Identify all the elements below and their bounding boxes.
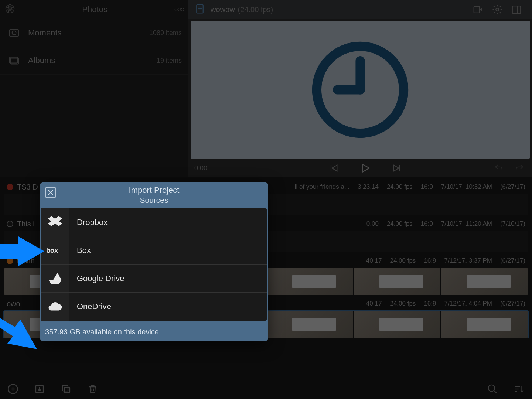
source-googledrive[interactable]: Google Drive	[41, 265, 267, 293]
storage-text: 357.93 GB available on this device	[45, 328, 159, 336]
svg-marker-43	[0, 316, 37, 349]
modal-subtitle: Sources	[140, 196, 168, 205]
source-box[interactable]: boxBox	[41, 236, 267, 265]
onedrive-icon	[41, 293, 69, 321]
dropbox-icon	[41, 208, 69, 236]
googledrive-icon	[41, 265, 69, 292]
source-onedrive[interactable]: OneDrive	[41, 293, 267, 321]
source-label: OneDrive	[77, 302, 111, 311]
annotation-arrow	[0, 236, 44, 273]
source-label: Google Drive	[77, 274, 124, 283]
source-dropbox[interactable]: Dropbox	[41, 208, 267, 236]
import-modal: Import Project Sources DropboxboxBoxGoog…	[40, 182, 268, 341]
source-label: Box	[77, 246, 91, 255]
close-button[interactable]	[45, 187, 56, 198]
box-icon: box	[41, 236, 69, 264]
annotation-arrow	[0, 316, 44, 360]
source-list: DropboxboxBoxGoogle DriveOneDrive	[41, 208, 267, 321]
svg-text:box: box	[46, 247, 58, 254]
source-label: Dropbox	[77, 218, 108, 227]
svg-marker-42	[0, 236, 44, 266]
modal-title: Import Project	[129, 185, 180, 195]
